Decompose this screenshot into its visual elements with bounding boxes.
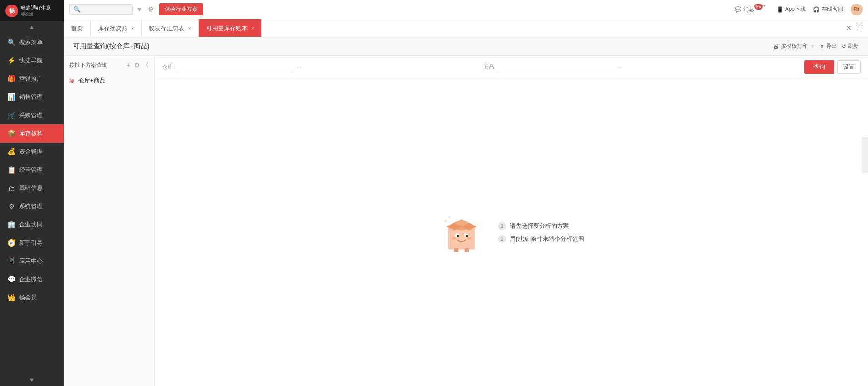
sidebar-item-basic-info[interactable]: 🗂基础信息 [0,179,64,197]
page-header: 可用量查询(按仓库+商品) 🖨 按模板打印 ▼ ⬆ 导出 ↺ 刷新 [64,37,868,56]
add-scheme-icon[interactable]: ＋ [125,61,132,69]
sidebar-item-sales[interactable]: 📊销售管理 [0,88,64,106]
sidebar-scroll-up[interactable]: ▲ [0,21,64,33]
svg-point-13 [444,220,447,222]
tab-label: 可用量库存账本 [206,24,248,32]
marketing-icon: 🎁 [7,75,15,83]
empty-illustration [439,210,484,255]
tab-close-icon[interactable]: × [251,26,254,31]
message-button[interactable]: 💬 消息 99 + [735,5,769,13]
tab-available-ledger[interactable]: 可用量库存账本 × [199,19,262,37]
member-icon: 👑 [7,293,15,302]
tabbar: 首页 库存批次账 × 收发存汇总表 × 可用量库存账本 × ✕ ⛶ [64,19,868,37]
industry-solution-button[interactable]: 体验行业方案 [159,3,203,15]
sidebar-scroll-down[interactable]: ▼ [0,374,64,386]
warehouse-label: 仓库 [162,63,173,71]
user-avatar[interactable]: Rit [851,4,863,15]
topbar-search-box[interactable]: 🔍 [69,4,133,15]
column-settings-button[interactable]: 设置 [837,60,861,74]
export-icon: ⬆ [820,43,824,50]
collapse-icon[interactable]: 《 [142,61,149,69]
sidebar-item-enterprise[interactable]: 🏢企业协同 [0,216,64,234]
sidebar-item-search[interactable]: 🔍搜索菜单 [0,33,64,51]
scheme-label: 仓库+商品 [78,77,106,85]
warehouse-more-icon[interactable]: ··· [297,64,301,70]
product-more-icon[interactable]: ··· [618,64,623,70]
settings-icon[interactable]: ⚙ [146,4,156,15]
tip-text-2: 用[过滤]条件来缩小分析范围 [510,235,584,243]
svg-point-15 [449,216,450,218]
filter-panel-header: 按以下方案查询 ＋ ⊙ 《 [64,61,154,73]
quick-nav-icon: ⚡ [7,57,15,65]
sidebar-item-purchase[interactable]: 🛒采购管理 [0,106,64,124]
empty-state-inner: 1 请先选择要分析的方案 2 用[过滤]条件来缩小分析范围 [439,210,584,255]
operation-icon: 📋 [7,166,15,174]
app-name-block: 畅康通好生意 标准版 [21,5,51,17]
sidebar-item-inventory[interactable]: 📦库存核算 [0,124,64,143]
filter-row: 仓库 ··· 商品 ··· 查询 设置 [155,56,868,79]
svg-rect-12 [465,248,469,252]
sidebar-item-newcomer[interactable]: 🧭新手引导 [0,234,64,252]
empty-tips: 1 请先选择要分析的方案 2 用[过滤]条件来缩小分析范围 [498,222,584,243]
search-icon: 🔍 [73,6,81,13]
refresh-icon: ↺ [842,43,846,50]
tab-inventory-batch[interactable]: 库存批次账 × [91,19,142,37]
enterprise-icon: 🏢 [7,221,15,229]
sidebar-item-app-center[interactable]: 📱应用中心 [0,252,64,270]
sidebar-item-marketing[interactable]: 🎁营销推广 [0,70,64,88]
search-icon: 🔍 [7,38,15,46]
sidebar-item-enterprise-wechat[interactable]: 💬企业微信 [0,270,64,288]
warehouse-filter-field: 仓库 ··· [162,62,476,72]
product-filter-field: 商品 ··· [483,62,797,72]
topbar-search-input[interactable] [82,6,123,13]
warehouse-input[interactable] [176,62,294,72]
sidebar-item-label: 基础信息 [19,184,43,192]
sidebar-item-label: 企业协同 [19,221,43,229]
refresh-button[interactable]: ↺ 刷新 [842,42,859,50]
tab-home[interactable]: 首页 [64,19,91,37]
message-plus: + [763,4,765,8]
app-download-button[interactable]: 📱 App下载 [777,5,806,13]
tab-close-all-button[interactable]: ✕ [846,24,852,32]
export-button[interactable]: ⬆ 导出 [820,42,837,50]
system-icon: ⚙ [7,202,15,211]
tab-close-icon[interactable]: × [188,26,191,31]
basic-info-icon: 🗂 [7,185,15,192]
message-badge: 99 [754,4,763,10]
tip-number-1: 1 [498,222,506,230]
sidebar-item-label: 搜索菜单 [19,38,43,46]
filter-panel-title: 按以下方案查询 [69,62,107,69]
settings-scheme-icon[interactable]: ⊙ [134,61,140,69]
sidebar-item-finance[interactable]: 💰资金管理 [0,143,64,161]
app-center-icon: 📱 [7,257,15,265]
topbar-dropdown-icon[interactable]: ▼ [137,6,142,13]
svg-point-14 [477,223,478,225]
scheme-warehouse-product[interactable]: ⊛ 仓库+商品 [64,73,154,88]
sidebar-item-label: 营销推广 [19,75,43,83]
sidebar-item-label: 畅会员 [19,293,37,302]
print-template-button[interactable]: 🖨 按模板打印 ▼ [773,42,815,50]
scheme-icon: ⊛ [69,77,75,84]
app-name: 畅康通好生意 [21,5,51,11]
sidebar-nav: 🔍搜索菜单⚡快捷导航🎁营销推广📊销售管理🛒采购管理📦库存核算💰资金管理📋经营管理… [0,33,64,374]
sidebar-item-member[interactable]: 👑畅会员 [0,288,64,307]
empty-state: 1 请先选择要分析的方案 2 用[过滤]条件来缩小分析范围 [155,79,868,386]
sidebar-item-label: 快捷导航 [19,57,43,65]
product-input[interactable] [497,62,615,72]
tabbar-controls: ✕ ⛶ [840,19,868,37]
sidebar-item-operation[interactable]: 📋经营管理 [0,161,64,179]
enterprise-wechat-icon: 💬 [7,275,15,283]
tab-receipt-summary[interactable]: 收发存汇总表 × [142,19,198,37]
print-icon: 🖨 [773,43,779,50]
message-icon: 💬 [735,6,741,13]
tab-fullscreen-button[interactable]: ⛶ [855,24,863,32]
finance-icon: 💰 [7,148,15,156]
query-button[interactable]: 查询 [804,60,834,74]
phone-icon: 📱 [777,6,783,13]
tab-close-icon[interactable]: × [131,26,134,31]
right-edge-tab[interactable] [862,137,868,173]
sidebar-item-system[interactable]: ⚙系统管理 [0,197,64,216]
sidebar-item-quick-nav[interactable]: ⚡快捷导航 [0,51,64,70]
online-service-button[interactable]: 🎧 在线客服 [813,5,843,13]
svg-point-8 [466,235,468,237]
